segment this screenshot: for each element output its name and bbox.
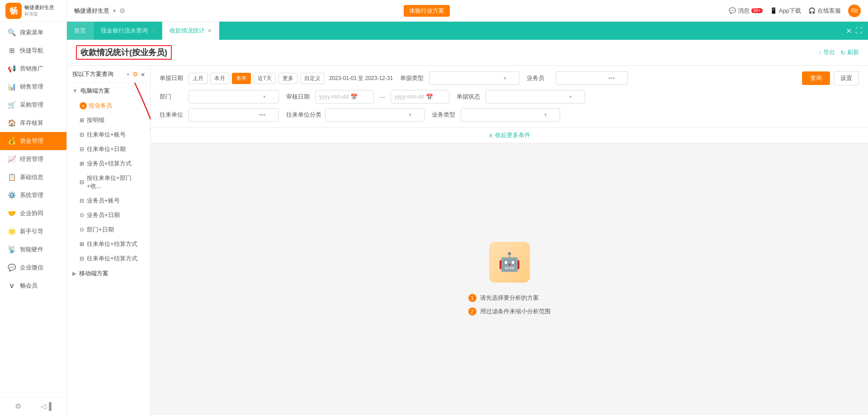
sidebar-item-member[interactable]: V 畅会员 <box>0 277 66 295</box>
tab-bank-close[interactable]: ✕ <box>151 28 155 34</box>
empty-step-1: 1 请先选择要分析的方案 <box>468 292 551 304</box>
finance-icon: 💰 <box>7 137 16 146</box>
date-btn-this-month[interactable]: 本月 <box>210 73 229 84</box>
status-select[interactable]: ▾ <box>486 90 585 104</box>
scheme-item-partner-settlement2[interactable]: ⊟ 往来单位+结算方式 <box>67 251 150 266</box>
topbar-dropdown-icon[interactable]: ▾ <box>113 8 116 14</box>
scheme-item-grid3-icon: ⊟ <box>80 146 84 152</box>
sidebar-item-quicknav[interactable]: ⊞ 快捷导航 <box>0 42 66 60</box>
sidebar-item-enterprise[interactable]: 🤝 企业协同 <box>0 204 66 222</box>
scheme-group-pc-header[interactable]: ▼ 电脑端方案 <box>67 83 150 99</box>
partner-dots-icon[interactable]: ••• <box>259 111 266 118</box>
settings-footer-icon[interactable]: ⚙ <box>15 402 21 410</box>
review-date-end[interactable]: yyyy-mm-dd 📅 <box>391 90 449 104</box>
user-avatar[interactable]: Rit <box>848 5 861 17</box>
tab-receipt[interactable]: 收款情况统计 ✕ <box>162 22 219 40</box>
scheme-panel: 按以下方案查询 + ⚙ « ▼ 电脑端方案 ● 按业务员 <box>67 66 151 415</box>
scheme-item-by-salesperson[interactable]: ● 按业务员 <box>67 99 150 113</box>
scheme-item-salesperson-date[interactable]: ⊙ 业务员+日期 <box>67 208 150 222</box>
date-label: 单据日期 <box>160 74 185 82</box>
review-date-end-cal-icon[interactable]: 📅 <box>426 94 433 100</box>
sidebar-item-search[interactable]: 🔍 搜索菜单 <box>0 24 66 42</box>
dept-select[interactable]: ▾ <box>189 90 279 104</box>
tab-home[interactable]: 首页 <box>67 22 94 40</box>
query-button[interactable]: 查询 <box>802 71 830 85</box>
sidebar-item-basic[interactable]: 📋 基础信息 <box>0 168 66 186</box>
step-2-num: 2 <box>468 307 476 316</box>
sidebar-nav: 🔍 搜索菜单 ⊞ 快捷导航 📢 营销推广 📊 销售管理 🛒 采购管理 🏠 库存核… <box>0 22 66 397</box>
scheme-item-partner-date[interactable]: ⊟ 往来单位+日期 <box>67 142 150 156</box>
review-date-start-cal-icon[interactable]: 📅 <box>350 94 358 100</box>
export-icon: ↑ <box>819 49 822 56</box>
sidebar-item-hardware[interactable]: 📡 智能硬件 <box>0 241 66 259</box>
online-service-button[interactable]: 🎧 在线客服 <box>808 7 841 15</box>
scheme-settings-icon[interactable]: ⚙ <box>132 71 138 78</box>
scheme-header-label: 按以下方案查询 <box>72 70 126 78</box>
topbar-promo[interactable]: 体验行业方案 <box>404 5 450 17</box>
scheme-item-salesperson-settlement[interactable]: ⊞ 业务员+结算方式 <box>67 156 150 171</box>
sidebar-item-operation[interactable]: 📈 经营管理 <box>0 150 66 168</box>
message-button[interactable]: 💬 消息 99+ <box>729 7 763 15</box>
date-btn-this-year[interactable]: 本年 <box>232 73 251 84</box>
scheme-item-salesperson-account[interactable]: ⊟ 业务员+账号 <box>67 193 150 208</box>
scheme-item-grid7-icon: ⊟ <box>80 255 84 262</box>
partner-select[interactable]: ••• <box>189 108 279 122</box>
salesperson-dots-icon[interactable]: ••• <box>608 75 615 82</box>
tab-bank[interactable]: 现金银行流水查询 ✕ <box>94 22 162 40</box>
service-icon: 🎧 <box>808 7 816 14</box>
tab-maximize-icon[interactable]: ⛶ <box>855 27 863 35</box>
tab-close-all-icon[interactable]: ✕ <box>846 27 852 35</box>
refresh-button[interactable]: ↻ 刷新 <box>840 48 859 57</box>
sidebar-item-sales[interactable]: 📊 销售管理 <box>0 78 66 96</box>
topbar-left: 畅捷通好生意 ▾ ⚙ <box>74 7 125 15</box>
sidebar-item-warehouse[interactable]: 🏠 库存核算 <box>0 114 66 132</box>
main-area: 畅捷通好生意 ▾ ⚙ 体验行业方案 💬 消息 99+ 📱 App下载 🎧 在线客… <box>67 0 868 415</box>
app-download-button[interactable]: 📱 App下载 <box>770 7 801 15</box>
logo-icon: 畅 <box>5 3 22 19</box>
scheme-item-circle-icon: ● <box>80 102 87 109</box>
filter-area: 单据日期 上月 本月 本年 近7天 更多 自定义 2023-01-01 至 20… <box>151 66 868 127</box>
status-label: 单据状态 <box>457 93 482 101</box>
scheme-item-partner-settlement1[interactable]: ⊞ 往来单位+结算方式 <box>67 237 150 251</box>
settings-button[interactable]: 设置 <box>834 71 859 85</box>
scheme-item-by-detail[interactable]: ⊞ 按明细 <box>67 113 150 127</box>
dept-select-chevron-icon: ▾ <box>263 94 266 100</box>
date-btn-last-month[interactable]: 上月 <box>189 73 208 84</box>
date-btn-7days[interactable]: 近7天 <box>254 73 276 84</box>
dept-label: 部门 <box>160 93 185 101</box>
robot-icon: 🤖 <box>489 242 530 283</box>
scheme-group-mobile-header[interactable]: ▶ 移动端方案 <box>67 266 150 281</box>
sidebar-item-purchase[interactable]: 🛒 采购管理 <box>0 96 66 114</box>
sidebar-item-finance[interactable]: 💰 资金管理 <box>0 132 66 150</box>
scheme-item-partner-dept-receipt[interactable]: ⊟ 按往来单位+部门+收... <box>67 171 150 193</box>
refresh-icon: ↻ <box>840 49 845 56</box>
sidebar-item-system[interactable]: ⚙️ 系统管理 <box>0 186 66 204</box>
page-title: 收款情况统计(按业务员) <box>76 45 172 60</box>
scheme-item-dept-date[interactable]: ⊙ 部门+日期 <box>67 222 150 237</box>
scheme-icons: + ⚙ « <box>126 71 145 78</box>
filter-date-col: 单据日期 上月 本月 本年 近7天 更多 自定义 2023-01-01 至 20… <box>160 73 393 84</box>
filter-type-col: 单据类型 ▾ <box>400 71 519 85</box>
review-date-start[interactable]: yyyy-mm-dd 📅 <box>315 90 374 104</box>
biz-type-select[interactable]: ▾ <box>461 108 560 122</box>
scheme-add-icon[interactable]: + <box>126 71 130 78</box>
sidebar-item-newguide[interactable]: 🌟 新手引导 <box>0 222 66 241</box>
partner-category-select[interactable]: ▾ <box>325 108 425 122</box>
filter-row-1: 单据日期 上月 本月 本年 近7天 更多 自定义 2023-01-01 至 20… <box>160 71 859 85</box>
partner-label: 往来单位 <box>160 111 185 119</box>
operation-icon: 📈 <box>7 155 16 164</box>
topbar-gear-icon[interactable]: ⚙ <box>119 7 125 15</box>
type-select[interactable]: ▾ <box>429 71 519 85</box>
scheme-item-partner-account[interactable]: ⊟ 往来单位+账号 <box>67 127 150 142</box>
sidebar-item-marketing[interactable]: 📢 营销推广 <box>0 60 66 78</box>
data-area: 🤖 1 请先选择要分析的方案 2 用过滤条件来缩小分析范围 <box>151 143 868 415</box>
filter-collapse-bar[interactable]: ∧ 收起更多条件 <box>151 127 868 143</box>
collapse-sidebar-icon[interactable]: ◁▐ <box>41 402 51 410</box>
tab-receipt-close[interactable]: ✕ <box>208 28 212 34</box>
export-button[interactable]: ↑ 导出 <box>819 48 835 57</box>
scheme-collapse-icon[interactable]: « <box>141 71 145 78</box>
date-btn-more[interactable]: 更多 <box>278 73 297 84</box>
sidebar-item-wechat[interactable]: 💬 企业微信 <box>0 259 66 277</box>
date-btn-custom[interactable]: 自定义 <box>300 73 325 84</box>
salesperson-select[interactable]: ••• <box>556 71 628 85</box>
